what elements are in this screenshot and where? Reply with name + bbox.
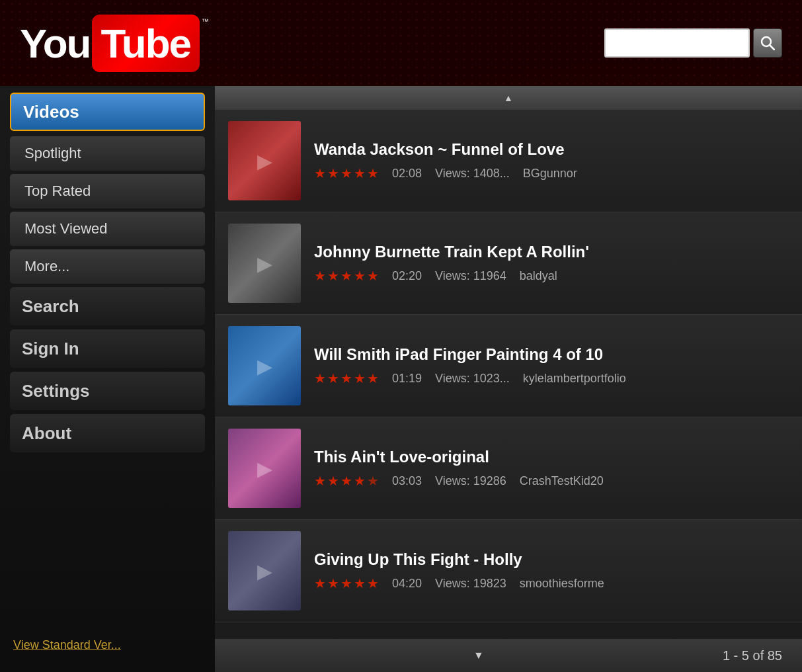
video-thumb: ▶ [228, 531, 301, 610]
search-input[interactable] [604, 28, 750, 58]
star-icon: ★ [314, 165, 326, 181]
video-views: Views: 19823 [435, 577, 506, 591]
video-info: This Ain't Love-original ★★★★★ 03:03 Vie… [314, 448, 789, 489]
sidebar-item-videos[interactable]: Videos [10, 93, 205, 131]
logo-tm: ™ [202, 17, 209, 25]
video-title: Wanda Jackson ~ Funnel of Love [314, 140, 789, 159]
video-views: Views: 1023... [435, 372, 510, 386]
star-half-icon: ★ [367, 473, 379, 489]
star-icon: ★ [341, 473, 352, 489]
search-button[interactable] [753, 28, 782, 58]
thumb-placeholder-icon: ▶ [228, 429, 301, 508]
thumb-placeholder-icon: ▶ [228, 121, 301, 200]
video-title: Johnny Burnette Train Kept A Rollin' [314, 243, 789, 261]
star-icon: ★ [341, 165, 352, 181]
star-icon: ★ [341, 268, 352, 284]
video-title: Giving Up This Fight - Holly [314, 550, 789, 569]
star-icon: ★ [327, 473, 339, 489]
video-info: Johnny Burnette Train Kept A Rollin' ★★★… [314, 243, 789, 284]
video-stars: ★★★★★ [314, 165, 379, 181]
scroll-up-button[interactable]: ▲ [215, 86, 802, 110]
search-icon [760, 36, 775, 50]
star-icon: ★ [354, 473, 366, 489]
star-icon: ★ [354, 268, 366, 284]
video-item-4[interactable]: ▶ This Ain't Love-original ★★★★★ 03:03 V… [215, 417, 802, 520]
star-icon: ★ [314, 370, 326, 386]
sidebar-item-most-viewed[interactable]: Most Viewed [10, 212, 205, 246]
video-item-3[interactable]: ▶ Will Smith iPad Finger Painting 4 of 1… [215, 315, 802, 417]
video-thumb: ▶ [228, 326, 301, 405]
video-thumb: ▶ [228, 429, 301, 508]
sidebar-item-search[interactable]: Search [10, 287, 205, 325]
video-thumb: ▶ [228, 224, 301, 303]
video-meta: ★★★★★ 03:03 Views: 19286 CrashTestKid20 [314, 473, 789, 489]
video-author: kylelambertportfolio [523, 372, 626, 386]
video-item-5[interactable]: ▶ Giving Up This Fight - Holly ★★★★★ 04:… [215, 520, 802, 622]
logo-tube: Tube [101, 21, 191, 66]
video-author: smoothiesforme [520, 577, 604, 591]
video-item-1[interactable]: ▶ Wanda Jackson ~ Funnel of Love ★★★★★ 0… [215, 110, 802, 212]
scroll-up-arrow-icon: ▲ [504, 93, 513, 103]
video-author: BGgunnor [523, 167, 577, 181]
star-icon: ★ [354, 370, 366, 386]
sidebar-about-label: About [22, 423, 71, 444]
sidebar-item-sign-in[interactable]: Sign In [10, 329, 205, 368]
star-icon: ★ [327, 165, 339, 181]
video-item-2[interactable]: ▶ Johnny Burnette Train Kept A Rollin' ★… [215, 212, 802, 315]
video-duration: 03:03 [392, 474, 422, 488]
star-icon: ★ [367, 575, 379, 591]
sidebar-item-more[interactable]: More... [10, 249, 205, 284]
main-content: ▲ ▶ Wanda Jackson ~ Funnel of Love ★★★★★… [215, 86, 802, 672]
video-stars: ★★★★★ [314, 575, 379, 591]
logo: You Tube ™ [20, 13, 212, 73]
video-views: Views: 11964 [435, 269, 506, 283]
sidebar-settings-label: Settings [22, 381, 90, 401]
star-icon: ★ [354, 165, 366, 181]
video-duration: 02:08 [392, 167, 422, 181]
scroll-down-button[interactable]: ▼ [235, 650, 723, 661]
scroll-down-arrow-icon: ▼ [473, 650, 484, 661]
header: You Tube ™ [0, 0, 802, 86]
view-standard-link[interactable]: View Standard Ver... [13, 638, 121, 652]
logo-area: You Tube ™ [20, 13, 212, 73]
video-duration: 01:19 [392, 372, 422, 386]
star-icon: ★ [367, 165, 379, 181]
sidebar-search-label: Search [22, 296, 79, 317]
sidebar-item-settings[interactable]: Settings [10, 372, 205, 410]
video-views: Views: 1408... [435, 167, 510, 181]
sidebar-spotlight-label: Spotlight [24, 145, 81, 162]
sidebar-item-spotlight[interactable]: Spotlight [10, 136, 205, 171]
star-icon: ★ [341, 575, 352, 591]
star-icon: ★ [327, 370, 339, 386]
logo-tube-bg: Tube [92, 15, 200, 72]
video-thumb: ▶ [228, 121, 301, 200]
star-icon: ★ [327, 268, 339, 284]
star-icon: ★ [341, 370, 352, 386]
video-info: Giving Up This Fight - Holly ★★★★★ 04:20… [314, 550, 789, 591]
star-icon: ★ [367, 268, 379, 284]
svg-line-1 [770, 45, 774, 50]
thumb-placeholder-icon: ▶ [228, 326, 301, 405]
sidebar-sign-in-label: Sign In [22, 339, 79, 359]
video-title: Will Smith iPad Finger Painting 4 of 10 [314, 345, 789, 364]
star-icon: ★ [354, 575, 366, 591]
sidebar-more-label: More... [24, 258, 69, 275]
video-meta: ★★★★★ 04:20 Views: 19823 smoothiesforme [314, 575, 789, 591]
sidebar: Videos Spotlight Top Rated Most Viewed M… [0, 86, 215, 672]
logo-tube-wrapper: Tube ™ [92, 15, 200, 72]
video-author: baldyal [520, 269, 557, 283]
sidebar-item-about[interactable]: About [10, 414, 205, 452]
video-meta: ★★★★★ 01:19 Views: 1023... kylelambertpo… [314, 370, 789, 386]
sidebar-top-rated-label: Top Rated [24, 183, 91, 200]
video-duration: 02:20 [392, 269, 422, 283]
video-views: Views: 19286 [435, 474, 506, 488]
scroll-down-bar: ▼ 1 - 5 of 85 [215, 639, 802, 672]
sidebar-most-viewed-label: Most Viewed [24, 220, 108, 237]
video-author: CrashTestKid20 [520, 474, 604, 488]
video-info: Wanda Jackson ~ Funnel of Love ★★★★★ 02:… [314, 140, 789, 181]
video-stars: ★★★★★ [314, 473, 379, 489]
sidebar-item-top-rated[interactable]: Top Rated [10, 174, 205, 208]
star-icon: ★ [314, 268, 326, 284]
star-icon: ★ [314, 575, 326, 591]
sidebar-videos-label: Videos [23, 102, 79, 122]
